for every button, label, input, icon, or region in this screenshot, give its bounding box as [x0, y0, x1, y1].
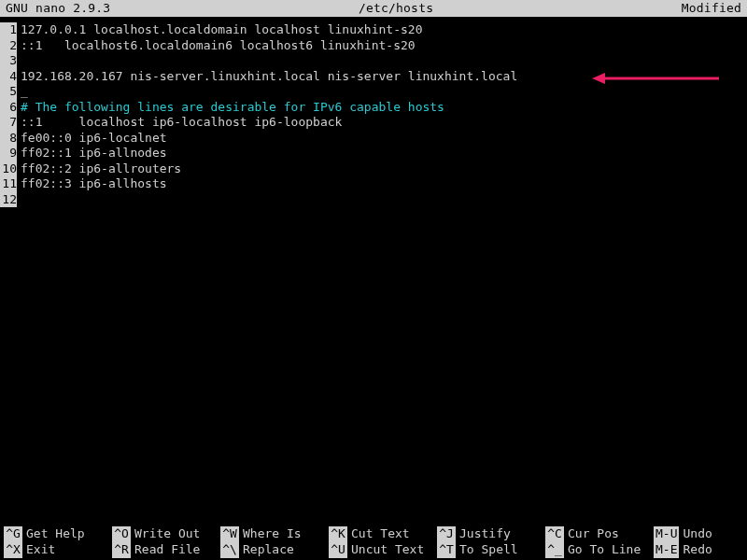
shortcut-item[interactable]: ^JJustify	[437, 526, 545, 542]
shortcut-label: Undo	[683, 526, 712, 542]
editor-line[interactable]: 7::1 localhost ip6-localhost ip6-loopbac…	[0, 115, 747, 131]
line-number: 2	[0, 38, 17, 54]
editor-line[interactable]: 12	[0, 192, 747, 208]
line-number: 3	[0, 53, 17, 69]
shortcut-label: Cur Pos	[568, 526, 619, 542]
line-number: 9	[0, 146, 17, 161]
editor-area[interactable]: 1127.0.0.1 localhost.localdomain localho…	[0, 17, 747, 525]
line-number: 1	[0, 22, 17, 38]
shortcut-item[interactable]: ^_Go To Line	[545, 542, 654, 558]
shortcut-key: ^T	[437, 542, 456, 558]
editor-line[interactable]: 3	[0, 53, 747, 69]
line-content[interactable]: _	[17, 84, 28, 100]
line-number: 6	[0, 100, 17, 116]
shortcut-row-2: ^XExit^RRead File^\Replace^UUncut Text^T…	[4, 542, 743, 558]
shortcut-key: M-E	[654, 542, 679, 558]
shortcut-item[interactable]: ^XExit	[4, 542, 112, 558]
shortcut-label: Exit	[26, 542, 55, 558]
shortcut-label: Get Help	[26, 526, 85, 542]
shortcut-key: ^U	[329, 542, 347, 558]
editor-line[interactable]: 4192.168.20.167 nis-server.linuxhint.loc…	[0, 69, 747, 85]
shortcut-item[interactable]: ^\Replace	[220, 542, 329, 558]
shortcut-key: ^C	[545, 526, 564, 542]
line-number: 5	[0, 84, 17, 100]
shortcut-row-1: ^GGet Help^OWrite Out^WWhere Is^KCut Tex…	[4, 526, 743, 542]
shortcut-key: ^G	[4, 526, 22, 542]
line-number: 4	[0, 69, 17, 85]
shortcut-label: Where Is	[243, 526, 302, 542]
shortcut-item[interactable]: ^TTo Spell	[437, 542, 545, 558]
shortcut-key: ^K	[329, 526, 347, 542]
editor-line[interactable]: 10ff02::2 ip6-allrouters	[0, 161, 747, 177]
shortcut-key: ^X	[4, 542, 22, 558]
shortcut-item[interactable]: ^OWrite Out	[112, 526, 220, 542]
shortcut-item[interactable]: ^WWhere Is	[220, 526, 329, 542]
line-content[interactable]	[17, 53, 21, 69]
shortcut-label: Read File	[134, 542, 200, 558]
line-content[interactable]: fe00::0 ip6-localnet	[17, 131, 167, 147]
shortcut-item[interactable]: ^GGet Help	[4, 526, 112, 542]
editor-line[interactable]: 5_	[0, 84, 747, 100]
shortcut-item[interactable]: ^RRead File	[112, 542, 220, 558]
editor-line[interactable]: 9ff02::1 ip6-allnodes	[0, 146, 747, 161]
line-content[interactable]: ::1 localhost6.localdomain6 localhost6 l…	[17, 38, 416, 54]
shortcut-item[interactable]: ^UUncut Text	[329, 542, 437, 558]
shortcut-key: ^\	[220, 542, 239, 558]
shortcut-menu: ^GGet Help^OWrite Out^WWhere Is^KCut Tex…	[0, 526, 747, 560]
shortcut-label: Uncut Text	[351, 542, 424, 558]
line-number: 7	[0, 115, 17, 131]
shortcut-key: ^J	[437, 526, 456, 542]
app-name: GNU nano 2.9.3	[6, 1, 110, 17]
shortcut-label: Replace	[243, 542, 294, 558]
line-content[interactable]: ff02::3 ip6-allhosts	[17, 176, 167, 192]
shortcut-item[interactable]: ^KCut Text	[329, 526, 437, 542]
shortcut-label: Write Out	[134, 526, 200, 542]
editor-line[interactable]: 8fe00::0 ip6-localnet	[0, 131, 747, 147]
shortcut-label: Cut Text	[351, 526, 410, 542]
shortcut-key: M-U	[654, 526, 679, 542]
titlebar: GNU nano 2.9.3 /etc/hosts Modified	[0, 0, 747, 17]
shortcut-item[interactable]: M-ERedo	[654, 542, 717, 558]
shortcut-item[interactable]: ^CCur Pos	[545, 526, 654, 542]
line-number: 10	[0, 161, 17, 177]
line-content[interactable]: 192.168.20.167 nis-server.linuxhint.loca…	[17, 69, 517, 85]
shortcut-key: ^R	[112, 542, 131, 558]
file-name: /etc/hosts	[110, 1, 681, 17]
line-number: 12	[0, 192, 17, 208]
shortcut-item[interactable]: M-UUndo	[654, 526, 717, 542]
line-number: 11	[0, 176, 17, 192]
line-content[interactable]: # The following lines are desirable for …	[17, 100, 444, 116]
shortcut-key: ^O	[112, 526, 131, 542]
editor-line[interactable]: 2::1 localhost6.localdomain6 localhost6 …	[0, 38, 747, 54]
editor-line[interactable]: 1127.0.0.1 localhost.localdomain localho…	[0, 22, 747, 38]
line-content[interactable]: ::1 localhost ip6-localhost ip6-loopback	[17, 115, 342, 131]
line-content[interactable]: ff02::2 ip6-allrouters	[17, 161, 181, 177]
file-status: Modified	[682, 1, 741, 17]
shortcut-key: ^_	[545, 542, 564, 558]
shortcut-key: ^W	[220, 526, 239, 542]
line-content[interactable]: ff02::1 ip6-allnodes	[17, 146, 167, 161]
line-content[interactable]	[17, 192, 21, 208]
shortcut-label: Justify	[459, 526, 511, 542]
line-number: 8	[0, 131, 17, 147]
shortcut-label: To Spell	[459, 542, 518, 558]
line-content[interactable]: 127.0.0.1 localhost.localdomain localhos…	[17, 22, 422, 38]
editor-line[interactable]: 11ff02::3 ip6-allhosts	[0, 176, 747, 192]
editor-line[interactable]: 6# The following lines are desirable for…	[0, 100, 747, 116]
shortcut-label: Redo	[683, 542, 712, 558]
shortcut-label: Go To Line	[568, 542, 641, 558]
